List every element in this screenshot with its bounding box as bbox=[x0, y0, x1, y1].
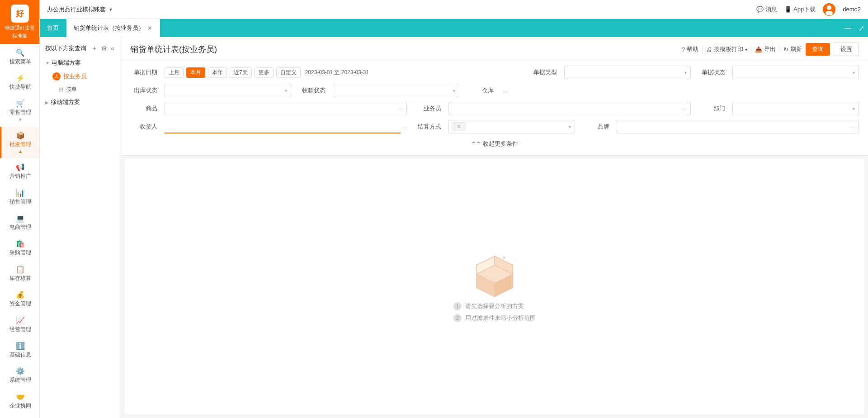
date-btn-custom[interactable]: 自定义 bbox=[276, 67, 301, 78]
filter-row-1: 单据日期 上月 本月 本年 近7天 更多 自定义 2023-03-01 至 20… bbox=[130, 66, 859, 79]
svg-text:✦: ✦ bbox=[501, 254, 507, 261]
message-label: 消息 bbox=[765, 5, 777, 14]
payment-status-select[interactable]: ▾ bbox=[333, 84, 459, 97]
avatar[interactable] bbox=[823, 3, 835, 16]
header-right: 💬 消息 📱 App下载 demo2 bbox=[756, 3, 861, 16]
action-divider-2 bbox=[751, 46, 751, 53]
tab-close-button[interactable]: × bbox=[147, 25, 152, 31]
receiver-input[interactable] bbox=[165, 120, 401, 133]
main-area: 办公用品行业模拟账套 ▾ 💬 消息 📱 App下载 demo2 首页 销货单统计… bbox=[40, 0, 868, 418]
out-status-label: 出库状态 bbox=[130, 86, 157, 95]
wholesale-icon: 📦 bbox=[16, 131, 25, 140]
empty-state: ✦ ✦ ✦ 1 请先选择要分析的方案 2 用过滤条件来缩小分析范围 bbox=[453, 252, 536, 322]
sidebar-item-inventory[interactable]: 📋 库存核算 bbox=[0, 261, 39, 286]
step-2-num: 2 bbox=[453, 314, 462, 322]
date-btn-7days[interactable]: 近7天 bbox=[230, 67, 252, 78]
print-button[interactable]: 🖨 按模板打印 ▾ bbox=[706, 45, 747, 53]
goods-select[interactable]: ··· bbox=[165, 102, 407, 115]
sidebar-item-basics[interactable]: ℹ️ 基础信息 bbox=[0, 337, 39, 362]
receiver-more[interactable]: ··· bbox=[402, 124, 407, 130]
warehouse-more[interactable]: ... bbox=[503, 87, 507, 94]
scheme-collapse-button[interactable]: « bbox=[110, 44, 115, 53]
date-btn-last-month[interactable]: 上月 bbox=[165, 67, 184, 78]
query-button[interactable]: 查询 bbox=[806, 43, 830, 56]
app-download-label: App下载 bbox=[793, 5, 816, 14]
header-app-title: 办公用品行业模拟账套 bbox=[47, 5, 106, 14]
out-status-select[interactable]: ▾ bbox=[165, 84, 291, 97]
sidebar-item-guide[interactable]: 🎯 新手引导 bbox=[0, 413, 39, 418]
message-button[interactable]: 💬 消息 bbox=[756, 5, 777, 14]
sidebar-item-sales[interactable]: 📊 销售管理 bbox=[0, 184, 39, 209]
scheme-item-by-salesperson[interactable]: 人 按业务员 bbox=[40, 70, 121, 83]
refresh-button[interactable]: ↻ 刷新 bbox=[783, 45, 802, 53]
sidebar-item-operations[interactable]: 📈 经营管理 bbox=[0, 312, 39, 337]
settings-button[interactable]: 设置 bbox=[834, 43, 859, 56]
empty-text-group: 1 请先选择要分析的方案 2 用过滤条件来缩小分析范围 bbox=[453, 302, 536, 322]
filter-row-2: 出库状态 ▾ 收款状态 ▾ 仓库 ... bbox=[130, 84, 859, 97]
sidebar-item-finance[interactable]: 💰 资金管理 bbox=[0, 286, 39, 311]
sidebar-item-ecommerce[interactable]: 💻 电商管理 bbox=[0, 209, 39, 235]
settlement-clear-button[interactable]: ✕ bbox=[457, 124, 461, 130]
brand-more[interactable]: ··· bbox=[850, 124, 855, 130]
content-area: 按以下方案查询 ＋ ⚙ « ▼ 电脑端方案 人 按业务员 ⊞ 按 bbox=[40, 37, 868, 418]
tab-sales-stats[interactable]: 销货单统计表（按业务员） × bbox=[66, 19, 160, 37]
action-divider-1 bbox=[702, 46, 703, 53]
sidebar-item-marketing[interactable]: 📢 营销推广 bbox=[0, 158, 39, 184]
sidebar-finance-label: 资金管理 bbox=[9, 300, 31, 307]
empty-step-2: 2 用过滤条件来缩小分析范围 bbox=[453, 314, 536, 322]
app-title-dropdown[interactable]: ▾ bbox=[109, 6, 112, 13]
sidebar-item-system[interactable]: ⚙️ 系统管理 bbox=[0, 362, 39, 388]
empty-illustration-svg: ✦ ✦ ✦ bbox=[467, 252, 522, 297]
help-button[interactable]: ? 帮助 bbox=[682, 45, 698, 53]
brand-select[interactable]: ··· bbox=[617, 120, 859, 133]
filter-area: 单据日期 上月 本月 本年 近7天 更多 自定义 2023-03-01 至 20… bbox=[121, 60, 868, 156]
app-logo[interactable]: 好 畅捷通好生意 标准版 bbox=[0, 0, 39, 44]
tab-home[interactable]: 首页 bbox=[40, 19, 66, 37]
svg-point-0 bbox=[827, 5, 831, 10]
date-btn-this-year[interactable]: 本年 bbox=[208, 67, 227, 78]
goods-more[interactable]: ··· bbox=[398, 105, 403, 112]
doc-type-select[interactable]: ▾ bbox=[564, 66, 691, 79]
collapse-button[interactable]: ⌃⌃ 收起更多条件 bbox=[466, 138, 524, 150]
marketing-icon: 📢 bbox=[16, 163, 25, 171]
brand-control: ··· bbox=[617, 120, 859, 133]
scheme-category-desktop-header[interactable]: ▼ 电脑端方案 bbox=[40, 56, 121, 70]
export-button[interactable]: 📤 导出 bbox=[755, 45, 776, 53]
settlement-select[interactable]: ✕ ▾ bbox=[448, 120, 575, 133]
date-btn-this-month[interactable]: 本月 bbox=[186, 67, 205, 78]
sidebar-item-quicknav[interactable]: ⚡ 快捷导航 bbox=[0, 69, 39, 95]
scheme-category-mobile-header[interactable]: ▶ 移动端方案 bbox=[40, 95, 121, 109]
sidebar-item-retail[interactable]: 🛒 零售管理 ▼ bbox=[0, 95, 39, 126]
tab-maximize-button[interactable]: ⤢ bbox=[855, 24, 868, 33]
tab-expand-button[interactable]: — bbox=[840, 24, 855, 32]
finance-icon: 💰 bbox=[16, 290, 25, 299]
purchase-icon: 🛍️ bbox=[16, 239, 25, 248]
scheme-add-button[interactable]: ＋ bbox=[90, 43, 99, 53]
app-name: 畅捷通好生意 bbox=[5, 24, 35, 31]
print-icon: 🖨 bbox=[706, 46, 712, 53]
sidebar-operations-label: 经营管理 bbox=[9, 326, 31, 332]
salesperson-select[interactable]: ··· bbox=[448, 102, 691, 115]
download-icon: 📱 bbox=[784, 6, 792, 13]
step-1-num: 1 bbox=[453, 302, 462, 310]
inventory-icon: 📋 bbox=[16, 265, 25, 274]
doc-status-select[interactable]: ▾ bbox=[732, 66, 859, 79]
refresh-label: 刷新 bbox=[790, 45, 802, 53]
sidebar-item-collab[interactable]: 🤝 企业协同 bbox=[0, 388, 39, 413]
app-download-button[interactable]: 📱 App下载 bbox=[784, 5, 816, 14]
sidebar-search-label: 搜索菜单 bbox=[9, 58, 31, 65]
sidebar-item-purchase[interactable]: 🛍️ 采购管理 bbox=[0, 235, 39, 260]
sidebar-item-search[interactable]: 🔍 搜索菜单 bbox=[0, 44, 39, 69]
step-1-text: 请先选择要分析的方案 bbox=[465, 302, 524, 310]
department-dropdown-icon: ▾ bbox=[853, 106, 855, 111]
salesperson-more[interactable]: ··· bbox=[682, 105, 687, 112]
date-label: 单据日期 bbox=[130, 68, 157, 76]
scheme-category-desktop: ▼ 电脑端方案 人 按业务员 ⊞ 按单 bbox=[40, 56, 121, 95]
quicknav-icon: ⚡ bbox=[16, 74, 25, 82]
date-btn-more[interactable]: 更多 bbox=[255, 67, 274, 78]
scheme-item-by-doc[interactable]: ⊞ 按单 bbox=[40, 83, 121, 95]
scheme-settings-button[interactable]: ⚙ bbox=[100, 44, 108, 53]
sidebar-item-wholesale[interactable]: 📦 批发管理 ▲ bbox=[0, 127, 39, 158]
salesperson-label: 业务员 bbox=[414, 104, 441, 113]
department-select[interactable]: ▾ bbox=[732, 102, 859, 115]
